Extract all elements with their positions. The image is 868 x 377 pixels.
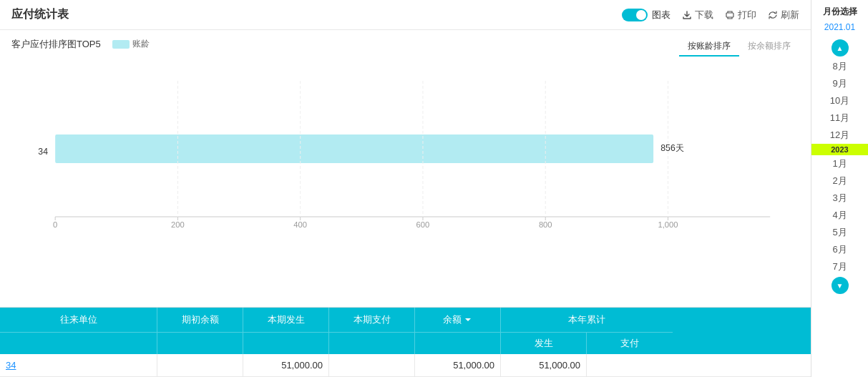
page-title: 应付统计表 (11, 7, 69, 22)
download-button[interactable]: 下载 (682, 9, 713, 21)
td-bennianjilei-fasheng: 51,000.00 (501, 354, 587, 376)
table-section: 往来单位 期初余额 本期发生 本期支付 余额 本年累计 发生 (0, 307, 811, 377)
table-sub-header: 发生 支付 (0, 332, 811, 354)
chart-toggle-label: 图表 (652, 9, 670, 21)
chart-toggle-switch[interactable] (622, 9, 648, 21)
td-benqi-zhifu (329, 354, 415, 376)
sub-th-benqi-fasheng (243, 332, 329, 354)
tab-by-yue[interactable]: 按余额排序 (739, 37, 799, 57)
legend-text: 客户应付排序图TOP5 (11, 38, 101, 51)
svg-text:200: 200 (171, 220, 185, 229)
refresh-icon (768, 10, 778, 20)
svg-text:34: 34 (38, 147, 48, 157)
header-actions: 图表 下载 打印 (622, 9, 799, 21)
sidebar-month-9[interactable]: 9月 (811, 75, 868, 92)
sidebar-month-8[interactable]: 8月 (811, 58, 868, 75)
print-button[interactable]: 打印 (725, 9, 756, 21)
td-yue: 51,000.00 (415, 354, 501, 376)
chart-area: 34 856天 0 200 400 600 (11, 59, 799, 300)
chart-legend: 客户应付排序图TOP5 账龄 (11, 38, 150, 51)
svg-rect-0 (726, 13, 733, 17)
th-bennianjilei: 本年累计 (501, 308, 673, 332)
sidebar-month-11[interactable]: 11月 (811, 109, 868, 127)
refresh-button[interactable]: 刷新 (768, 9, 799, 21)
td-laiwai[interactable]: 34 (0, 354, 157, 376)
month-sidebar: 月份选择 2021.01 ▲ 8月 9月 10月 11月 12月 2023 1月… (811, 0, 868, 377)
sub-th-qichu (157, 332, 243, 354)
sort-icon (464, 315, 472, 324)
chart-toggle-group[interactable]: 图表 (622, 9, 670, 21)
svg-text:0: 0 (53, 220, 57, 229)
legend-color-box (112, 40, 130, 49)
svg-text:600: 600 (416, 220, 430, 229)
sidebar-nav-up[interactable]: ▲ (832, 39, 849, 57)
tab-by-zhangling[interactable]: 按账龄排序 (679, 37, 739, 57)
td-qichu (157, 354, 243, 376)
svg-text:800: 800 (539, 220, 552, 229)
sidebar-month-5[interactable]: 5月 (811, 224, 868, 241)
svg-rect-2 (55, 134, 653, 163)
td-benqi-fasheng: 51,000.00 (243, 354, 329, 376)
sidebar-nav-down[interactable]: ▼ (832, 277, 849, 294)
sidebar-month-6[interactable]: 6月 (811, 241, 868, 258)
download-icon (682, 10, 692, 20)
legend-item-zhangling: 账龄 (112, 38, 150, 50)
legend-label: 账龄 (132, 38, 150, 50)
sidebar-month-12[interactable]: 12月 (811, 127, 868, 144)
sidebar-year-marker[interactable]: 2023 (811, 144, 868, 155)
svg-text:400: 400 (293, 220, 307, 229)
th-laiwai: 往来单位 (0, 308, 157, 332)
table-main-header: 往来单位 期初余额 本期发生 本期支付 余额 本年累计 (0, 308, 811, 332)
th-yue: 余额 (415, 308, 501, 332)
th-benqi-fasheng: 本期发生 (243, 308, 329, 332)
sidebar-year-input[interactable]: 2021.01 (824, 22, 855, 32)
sub-th-bennianjilei-fasheng: 发生 (501, 332, 587, 354)
sidebar-month-10[interactable]: 10月 (811, 92, 868, 109)
sub-th-bennianjilei-zhifu: 支付 (587, 332, 673, 354)
sidebar-month-2[interactable]: 2月 (811, 172, 868, 190)
sub-th-laiwai (0, 332, 157, 354)
sidebar-month-7[interactable]: 7月 (811, 258, 868, 275)
bar-chart-svg: 34 856天 0 200 400 600 (11, 59, 799, 245)
sidebar-month-3[interactable]: 3月 (811, 190, 868, 207)
chart-legend-row: 客户应付排序图TOP5 账龄 按账龄排序 按余额排序 (11, 37, 799, 57)
chart-tabs: 按账龄排序 按余额排序 (679, 37, 799, 57)
table-row: 34 51,000.00 51,000.00 51,000.00 (0, 354, 811, 377)
th-benqi-zhifu: 本期支付 (329, 308, 415, 332)
sidebar-month-1[interactable]: 1月 (811, 155, 868, 172)
svg-text:1,000: 1,000 (658, 220, 678, 229)
print-icon (725, 10, 735, 20)
svg-text:856天: 856天 (660, 143, 684, 153)
sidebar-title: 月份选择 (823, 6, 857, 18)
th-qichu: 期初余额 (157, 308, 243, 332)
chart-section: 客户应付排序图TOP5 账龄 按账龄排序 按余额排序 34 (0, 30, 811, 307)
td-bennianjilei-zhifu (587, 354, 673, 376)
sub-th-yue (415, 332, 501, 354)
page-header: 应付统计表 图表 下载 打印 (0, 0, 811, 30)
sidebar-month-4[interactable]: 4月 (811, 207, 868, 224)
sub-th-benqi-zhifu (329, 332, 415, 354)
